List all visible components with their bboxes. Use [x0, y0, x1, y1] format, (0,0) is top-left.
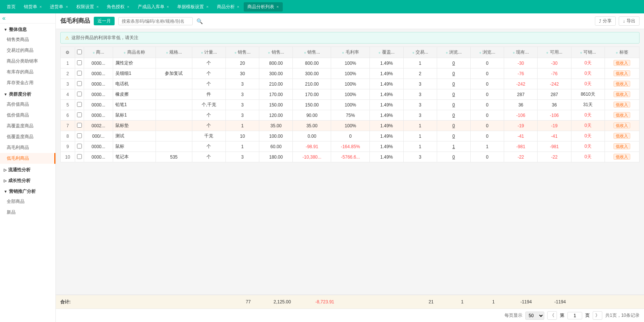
row-checkbox[interactable] [75, 141, 84, 152]
row-browse1[interactable]: 0 [437, 100, 470, 110]
sidebar-section-marketing[interactable]: ▼ 营销推广分析 [0, 185, 55, 196]
col-coverage[interactable]: ⬦ 覆盖... [370, 47, 403, 58]
nav-template[interactable]: 单据模板设置 × [173, 2, 212, 12]
sidebar-item-high-coverage[interactable]: 高覆盖度商品 [0, 121, 55, 131]
col-checkbox[interactable] [75, 47, 84, 58]
col-available[interactable]: ⬦ 可用... [538, 47, 571, 58]
row-browse1[interactable]: 0 [437, 110, 470, 121]
row-browse1[interactable]: 0 [437, 58, 470, 68]
nav-role[interactable]: 角色授权 × [103, 2, 133, 12]
row-checkbox[interactable] [75, 100, 84, 110]
col-sales-price[interactable]: ⬦ 销售... [259, 47, 293, 58]
sidebar-section-cluster[interactable]: ▼ 类群度分析 [0, 88, 55, 99]
row-available: -30 [538, 58, 571, 68]
col-unit[interactable]: ⬦ 计量... [192, 47, 225, 58]
share-button[interactable]: ⤴ 分享 [595, 16, 616, 26]
sidebar-item-stock-capital[interactable]: 库存资金占用 [0, 77, 55, 88]
col-sellable[interactable]: ⬦ 可销... [571, 47, 605, 58]
row-sales-price: 170.00 [259, 89, 293, 100]
row-tag: 低收入 [605, 68, 639, 79]
sidebar-item-new-products[interactable]: 新品 [0, 207, 55, 218]
col-gross-rate[interactable]: ⬦ 毛利率 [331, 47, 370, 58]
nav-close-sales[interactable]: × [39, 4, 42, 9]
nav-product-analysis[interactable]: 商品分析 × [213, 2, 243, 12]
row-current-stock: 36 [504, 100, 538, 110]
row-sales-price: 300.00 [259, 68, 293, 79]
sidebar: « ▼ 整体信息 销售类商品 交易过的商品 商品分类助销率 有库存的商品 库存资… [0, 13, 56, 322]
sidebar-collapse-btn[interactable]: « [2, 15, 6, 22]
row-browse1[interactable]: 0 [437, 131, 470, 141]
row-browse1[interactable]: 0 [437, 89, 470, 100]
col-spec[interactable]: ⬦ 规格... [156, 47, 192, 58]
sidebar-item-low-value[interactable]: 低价值商品 [0, 110, 55, 121]
search-input[interactable] [118, 17, 193, 25]
nav-close-product-in[interactable]: × [167, 4, 169, 9]
row-browse1[interactable]: 1 [437, 141, 470, 152]
row-browse1[interactable]: 0 [437, 79, 470, 89]
page-number-input[interactable] [567, 312, 582, 319]
sidebar-item-low-coverage[interactable]: 低覆盖度商品 [0, 131, 55, 142]
row-checkbox[interactable] [75, 68, 84, 79]
row-sales-amount: 90.00 [293, 110, 331, 121]
sidebar-item-low-margin[interactable]: 低毛利商品 [0, 153, 55, 164]
row-settings: 2 [61, 68, 75, 79]
nav-sales-order[interactable]: 销货单 × [20, 2, 45, 12]
sidebar-section-growth[interactable]: ▷ 成长性分析 [0, 175, 55, 185]
row-checkbox[interactable] [75, 131, 84, 141]
nav-close-role[interactable]: × [127, 4, 129, 9]
col-code[interactable]: ⬦ 商... [84, 47, 113, 58]
date-filter-button[interactable]: 近一月 [94, 17, 115, 25]
share-icon: ⤴ [599, 19, 601, 24]
col-tag[interactable]: ⬦ 标签 [605, 47, 639, 58]
nav-close-analysis[interactable]: × [237, 4, 239, 9]
nav-close-template[interactable]: × [206, 4, 208, 9]
search-button[interactable]: 🔍 [196, 18, 203, 24]
row-browse2: 0 [471, 58, 504, 68]
sidebar-item-all-products[interactable]: 全部商品 [0, 196, 55, 207]
row-checkbox[interactable] [75, 89, 84, 100]
next-page-button[interactable]: 》 [593, 311, 602, 320]
row-browse1[interactable]: 0 [437, 68, 470, 79]
nav-product-in[interactable]: 产成品入库单 × [134, 2, 173, 12]
row-checkbox[interactable] [75, 152, 84, 162]
nav-close-permission[interactable]: × [96, 4, 99, 9]
row-browse1[interactable]: 0 [437, 152, 470, 162]
col-name[interactable]: ⬦ 商品名称 [113, 47, 156, 58]
col-trade[interactable]: ⬦ 交易... [403, 47, 437, 58]
col-current-stock[interactable]: ⬦ 现有... [504, 47, 538, 58]
alert-bar: ⚠ 这部分商品的利润非常低，请关注 [60, 32, 640, 44]
row-browse1[interactable]: 0 [437, 121, 470, 131]
per-page-select[interactable]: 50 100 200 [525, 312, 544, 320]
row-trade: 3 [403, 110, 437, 121]
prev-page-button[interactable]: 《 [547, 311, 557, 320]
col-sales-qty[interactable]: ⬦ 销售... [226, 47, 259, 58]
row-checkbox[interactable] [75, 79, 84, 89]
sidebar-section-overview[interactable]: ▼ 整体信息 [0, 23, 55, 34]
select-all-checkbox[interactable] [77, 50, 82, 54]
sidebar-item-traded-products[interactable]: 交易过的商品 [0, 45, 55, 56]
nav-close-purchase[interactable]: × [65, 4, 68, 9]
sidebar-item-sales-products[interactable]: 销售类商品 [0, 34, 55, 45]
row-checkbox[interactable] [75, 110, 84, 121]
nav-purchase-order[interactable]: 进货单 × [46, 2, 71, 12]
col-sales-amount[interactable]: ⬦ 销售... [293, 47, 331, 58]
nav-home[interactable]: 首页 [3, 2, 19, 12]
nav-permission[interactable]: 权限设置 × [73, 2, 102, 12]
nav-close-analysis-list[interactable]: × [276, 4, 279, 9]
sidebar-item-high-value[interactable]: 高价值商品 [0, 99, 55, 110]
row-tag: 低收入 [605, 121, 639, 131]
col-browse1[interactable]: ⬦ 浏览... [437, 47, 470, 58]
sidebar-section-liquidity[interactable]: ▷ 流通性分析 [0, 164, 55, 175]
col-browse2[interactable]: ⬦ 浏览... [471, 47, 504, 58]
sidebar-item-in-stock[interactable]: 有库存的商品 [0, 67, 55, 77]
row-coverage: 1.49% [370, 110, 403, 121]
sidebar-item-high-margin[interactable]: 高毛利商品 [0, 142, 55, 153]
row-tag: 低收入 [605, 100, 639, 110]
nav-product-analysis-list[interactable]: 商品分析列表 × [244, 2, 282, 12]
col-settings[interactable]: ⚙ [61, 47, 75, 58]
sidebar-item-category-rate[interactable]: 商品分类助销率 [0, 56, 55, 67]
row-checkbox[interactable] [75, 121, 84, 131]
export-button[interactable]: ↓ 导出 [619, 16, 640, 26]
row-code: 0000... [84, 141, 113, 152]
row-checkbox[interactable] [75, 58, 84, 68]
